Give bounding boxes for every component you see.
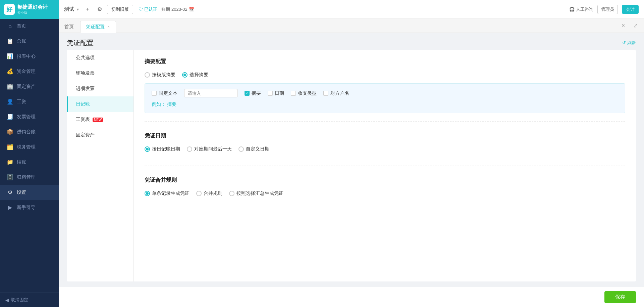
closing-icon: 📁	[7, 159, 13, 165]
company-name: 测试	[64, 6, 74, 12]
date-checkbox[interactable]	[268, 91, 273, 96]
sidebar-item-label-guide: 新手引导	[17, 205, 36, 211]
topbar-right: 🎧 人工咨询 管理员 会计	[569, 5, 639, 14]
sidebar-item-invoice[interactable]: 🧾 发票管理	[0, 109, 59, 124]
payment-type-checkbox[interactable]	[291, 91, 296, 96]
custom-date-option[interactable]: 自定义日期	[238, 146, 269, 152]
left-nav-item-journal[interactable]: 日记账	[67, 96, 133, 112]
sidebar-item-payroll[interactable]: 👤 工资	[0, 94, 59, 109]
counterparty-checkbox-label: 对方户名	[330, 90, 349, 96]
add-btn[interactable]: ＋	[83, 5, 92, 14]
single-record-radio[interactable]	[145, 191, 150, 196]
sidebar-item-label-tax: 税务管理	[17, 144, 36, 150]
sidebar-item-settings[interactable]: ⚙ 设置	[0, 185, 59, 200]
left-nav-item-purchase-invoice[interactable]: 进项发票	[67, 81, 133, 96]
tab-voucher-config[interactable]: 凭证配置 ×	[80, 21, 116, 33]
counterparty-checkbox[interactable]	[323, 91, 328, 96]
left-nav: 公共选项销项发票进项发票日记账工资表 NEW固定资产	[67, 50, 134, 281]
expand-btn[interactable]: ⤢	[631, 21, 640, 31]
single-record-option[interactable]: 单条记录生成凭证	[145, 190, 190, 196]
main-area: 测试 ▾ ＋ ⚙ 切到旧版 🛡 已认证 账期 2023-02 📅 🎧 人工咨询 …	[59, 0, 644, 307]
sidebar-item-closing[interactable]: 📁 结账	[0, 155, 59, 170]
cancel-fixed-btn[interactable]: ◀ 取消固定	[0, 293, 59, 307]
certified-text: 已认证	[144, 6, 157, 12]
left-nav-item-fixed-assets[interactable]: 固定资产	[67, 127, 133, 143]
merge-rules-option[interactable]: 合并规则	[196, 190, 222, 196]
journal-date-label: 按日记账日期	[152, 146, 180, 152]
left-nav-item-sales-invoice[interactable]: 销项发票	[67, 65, 133, 81]
date-section-title: 凭证日期	[145, 132, 625, 139]
cancel-fixed-label: 取消固定	[11, 297, 28, 303]
tab-home[interactable]: 首页	[59, 20, 79, 33]
sidebar-item-fixed-assets-main[interactable]: 🏢 固定资产	[0, 79, 59, 94]
switch-version-btn[interactable]: 切到旧版	[107, 5, 133, 14]
sidebar-item-reports[interactable]: 📊 报表中心	[0, 49, 59, 64]
role-btn[interactable]: 会计	[622, 5, 639, 14]
sidebar-item-funds[interactable]: 💰 资金管理	[0, 64, 59, 79]
period-display: 账期 2023-02 📅	[161, 6, 194, 12]
headset-icon: 🎧	[569, 7, 575, 12]
manager-btn[interactable]: 管理员	[597, 5, 618, 14]
tab-close-icon[interactable]: ×	[107, 24, 110, 30]
home-icon: ⌂	[7, 23, 13, 29]
sidebar-item-archive[interactable]: 🗄️ 归档管理	[0, 170, 59, 185]
period-last-option[interactable]: 对应期间最后一天	[187, 146, 232, 152]
sidebar-item-label-invoice: 发票管理	[17, 114, 36, 120]
custom-date-radio[interactable]	[238, 146, 244, 152]
sidebar-item-label-payroll: 工资	[17, 99, 26, 105]
left-nav-item-public[interactable]: 公共选项	[67, 50, 133, 65]
fixed-text-checkbox[interactable]	[152, 91, 157, 96]
sidebar-item-tax[interactable]: 🗂️ 税务管理	[0, 139, 59, 155]
sidebar-nav: ⌂ 首页 📋 总账 📊 报表中心 💰 资金管理 🏢 固定资产 👤 工资 🧾 发票…	[0, 19, 59, 293]
tax-icon: 🗂️	[7, 144, 13, 150]
date-option-row: 按日记账日期 对应期间最后一天 自定义日期	[145, 146, 625, 152]
sidebar-item-home[interactable]: ⌂ 首页	[0, 19, 59, 34]
select-merge-option[interactable]: 按照选择汇总生成凭证	[229, 190, 283, 196]
sidebar-item-label-closing: 结账	[17, 159, 26, 165]
select-merge-radio[interactable]	[229, 191, 234, 196]
period-last-radio[interactable]	[187, 146, 192, 152]
journal-date-option[interactable]: 按日记账日期	[145, 146, 180, 152]
fixed-text-input[interactable]	[184, 89, 238, 97]
select-merge-label: 按照选择汇总生成凭证	[236, 190, 283, 196]
sidebar-item-guide[interactable]: ▶ 新手引导	[0, 200, 59, 215]
period-label: 账期	[161, 6, 170, 12]
summary-select-label: 选择摘要	[190, 72, 208, 78]
pin-icon: ◀	[5, 298, 9, 303]
counterparty-checkbox-item[interactable]: 对方户名	[323, 90, 349, 96]
summary-template-option[interactable]: 按模版摘要	[145, 72, 175, 78]
right-content: 摘要配置 按模版摘要 选择摘要	[134, 50, 636, 281]
merge-rules-radio[interactable]	[196, 191, 202, 196]
merge-section-title: 凭证合并规则	[145, 177, 625, 184]
summary-template-label: 按模版摘要	[152, 72, 175, 78]
save-btn[interactable]: 保存	[604, 291, 636, 303]
fixed-assets-main-icon: 🏢	[7, 83, 13, 90]
summary-checkbox[interactable]: ✓	[245, 91, 250, 96]
summary-select-radio[interactable]	[182, 72, 187, 78]
sidebar: 好 畅捷通好会计 专业版 ⌂ 首页 📋 总账 📊 报表中心 💰 资金管理 🏢 固…	[0, 0, 59, 307]
left-nav-item-salary-sheet[interactable]: 工资表 NEW	[67, 112, 133, 127]
page-title: 凭证配置	[67, 38, 94, 47]
sidebar-item-sales[interactable]: 📦 进销台账	[0, 124, 59, 139]
fixed-text-checkbox-item[interactable]: 固定文本	[152, 90, 177, 96]
chevron-down-icon[interactable]: ▾	[77, 7, 79, 12]
summary-option-row: 按模版摘要 选择摘要	[145, 72, 625, 78]
close-panel-btn[interactable]: ×	[619, 21, 628, 31]
payment-type-checkbox-item[interactable]: 收支类型	[291, 90, 317, 96]
summary-section: 摘要配置 按模版摘要 选择摘要	[145, 58, 625, 122]
help-btn[interactable]: 🎧 人工咨询	[569, 6, 593, 12]
bottom-bar: 保存	[59, 287, 644, 307]
tabbar-right: × ⤢	[614, 19, 644, 33]
help-text: 人工咨询	[576, 6, 593, 12]
period-value: 2023-02	[171, 7, 187, 12]
refresh-btn[interactable]: ↺ 刷新	[622, 40, 636, 46]
calendar-icon[interactable]: 📅	[189, 7, 194, 12]
journal-date-radio[interactable]	[145, 146, 150, 152]
summary-select-option[interactable]: 选择摘要	[182, 72, 208, 78]
summary-checkbox-item[interactable]: ✓ 摘要	[245, 90, 261, 96]
date-checkbox-item[interactable]: 日期	[268, 90, 284, 96]
period-last-label: 对应期间最后一天	[194, 146, 232, 152]
sidebar-item-ledger[interactable]: 📋 总账	[0, 34, 59, 49]
settings-btn[interactable]: ⚙	[95, 5, 104, 14]
summary-template-radio[interactable]	[145, 72, 150, 78]
